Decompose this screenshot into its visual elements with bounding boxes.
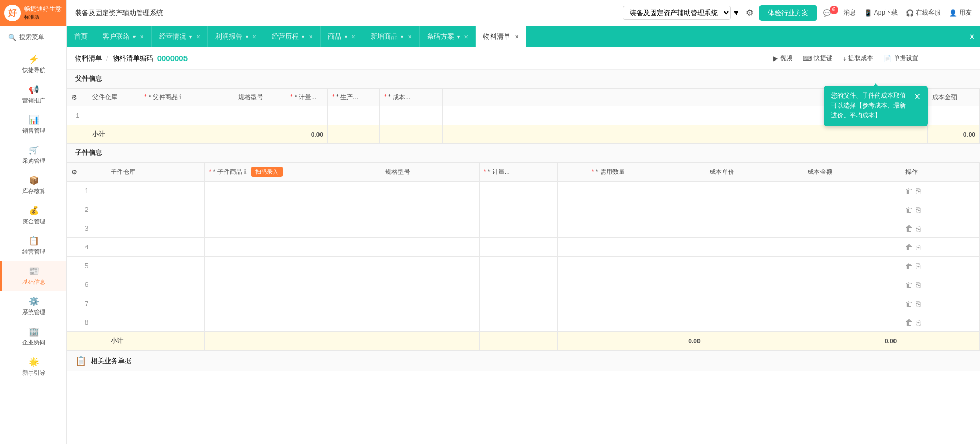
nav-prev-button[interactable]: ‹ (927, 53, 938, 64)
tab-首页[interactable]: 首页 (67, 26, 95, 47)
nav-next-button[interactable]: › (944, 53, 955, 64)
child-cost-unit-cell[interactable] (705, 275, 803, 294)
child-unit-cell[interactable] (479, 294, 558, 313)
child-amount-cell[interactable] (803, 200, 901, 219)
tooltip-close-button[interactable]: ✕ (914, 91, 921, 102)
parent-cost-cell[interactable] (380, 106, 443, 125)
online-service-action[interactable]: 🎧 在线客服 (906, 8, 941, 17)
delete-icon[interactable]: 🗑 (905, 299, 913, 308)
child-unit-cell[interactable] (479, 313, 558, 332)
child-warehouse-cell[interactable] (106, 294, 204, 313)
delete-icon[interactable]: 🗑 (905, 281, 913, 289)
tab-经营情况[interactable]: 经营情况▾✕ (152, 26, 208, 47)
extract-cost-button[interactable]: ↓ 提取成本 (840, 52, 876, 64)
child-warehouse-cell[interactable] (106, 219, 204, 238)
child-cost-unit-cell[interactable] (705, 238, 803, 257)
child-amount-cell[interactable] (803, 275, 901, 294)
tab-物料清单[interactable]: 物料清单✕ (476, 26, 526, 47)
sidebar-item-enterprise[interactable]: 🏢企业协同 (0, 321, 66, 352)
child-product-cell[interactable] (204, 294, 381, 313)
copy-icon[interactable]: ⎘ (916, 206, 920, 214)
child-spec-cell[interactable] (381, 313, 479, 332)
tab-close-btn[interactable]: ✕ (351, 34, 356, 40)
child-product-cell[interactable] (204, 275, 381, 294)
child-needed-cell[interactable] (587, 238, 705, 257)
copy-icon[interactable]: ⎘ (916, 224, 920, 233)
sidebar-item-system[interactable]: ⚙️系统管理 (0, 291, 66, 321)
tab-close-btn[interactable]: ✕ (196, 34, 200, 40)
parent-product-cell[interactable] (140, 106, 234, 125)
copy-icon[interactable]: ⎘ (916, 281, 920, 289)
child-needed-cell[interactable] (587, 200, 705, 219)
tab-close-btn[interactable]: ✕ (408, 34, 412, 40)
child-spec-cell[interactable] (381, 275, 479, 294)
tab-close-btn[interactable]: ✕ (252, 34, 256, 40)
app-download-action[interactable]: 📱 App下载 (864, 8, 898, 17)
child-product-cell[interactable] (204, 219, 381, 238)
tab-利润报告[interactable]: 利润报告▾✕ (208, 26, 264, 47)
tab-新增商品[interactable]: 新增商品▾✕ (363, 26, 420, 47)
sidebar-item-guide[interactable]: 🌟新手引导 (0, 352, 66, 382)
sidebar-item-purchase[interactable]: 🛒采购管理 (0, 140, 66, 170)
tab-close-btn[interactable]: ✕ (464, 34, 468, 40)
child-needed-cell[interactable] (587, 219, 705, 238)
system-selector[interactable]: 装备及固定资产辅助管理系统 (623, 6, 731, 20)
delete-icon[interactable]: 🗑 (905, 187, 913, 195)
message-action[interactable]: 💬 6 消息 (823, 8, 856, 17)
child-product-cell[interactable] (204, 182, 381, 200)
child-needed-cell[interactable] (587, 182, 705, 200)
parent-production-cell[interactable] (328, 106, 380, 125)
parent-warehouse-cell[interactable] (88, 106, 140, 125)
view-video-button[interactable]: ▶ 视频 (770, 52, 795, 64)
tab-条码方案[interactable]: 条码方案▾✕ (420, 26, 476, 47)
user-menu[interactable]: 👤 用友 (949, 8, 972, 17)
child-cost-unit-cell[interactable] (705, 257, 803, 275)
delete-icon[interactable]: 🗑 (905, 224, 913, 233)
child-unit-cell[interactable] (479, 275, 558, 294)
settings-icon[interactable]: ⚙ (746, 8, 753, 18)
child-cost-unit-cell[interactable] (705, 313, 803, 332)
sidebar-item-sales[interactable]: 📊销售管理 (0, 110, 66, 140)
child-warehouse-cell[interactable] (106, 313, 204, 332)
close-all-tabs-button[interactable]: ✕ (964, 26, 980, 47)
search-menu-button[interactable]: 🔍 搜索菜单 (4, 30, 62, 44)
child-unit-cell[interactable] (479, 200, 558, 219)
child-warehouse-cell[interactable] (106, 200, 204, 219)
parent-spec-cell[interactable] (234, 106, 286, 125)
trial-button[interactable]: 体验行业方案 (760, 5, 817, 21)
child-cost-unit-cell[interactable] (705, 182, 803, 200)
sidebar-search[interactable]: 🔍 搜索菜单 (0, 26, 66, 49)
child-product-cell[interactable] (204, 313, 381, 332)
sidebar-item-marketing[interactable]: 📢营销推广 (0, 79, 66, 110)
child-product-cell[interactable] (204, 200, 381, 219)
child-cost-unit-cell[interactable] (705, 200, 803, 219)
child-warehouse-cell[interactable] (106, 182, 204, 200)
scan-input-button[interactable]: 扫码录入 (251, 167, 283, 177)
child-amount-cell[interactable] (803, 238, 901, 257)
copy-icon[interactable]: ⎘ (916, 299, 920, 308)
child-spec-cell[interactable] (381, 294, 479, 313)
child-amount-cell[interactable] (803, 313, 901, 332)
parent-amount-cell[interactable] (928, 106, 980, 125)
parent-unit-cell[interactable] (286, 106, 328, 125)
delete-icon[interactable]: 🗑 (905, 262, 913, 270)
sidebar-item-quick[interactable]: ⚡快捷导航 (0, 49, 66, 79)
copy-icon[interactable]: ⎘ (916, 187, 920, 195)
tab-客户联络[interactable]: 客户联络▾✕ (95, 26, 152, 47)
tab-商品[interactable]: 商品▾✕ (321, 26, 363, 47)
child-amount-cell[interactable] (803, 182, 901, 200)
child-amount-cell[interactable] (803, 294, 901, 313)
child-needed-cell[interactable] (587, 275, 705, 294)
delete-icon[interactable]: 🗑 (905, 206, 913, 214)
tab-close-btn[interactable]: ✕ (514, 34, 519, 40)
child-warehouse-cell[interactable] (106, 275, 204, 294)
child-amount-cell[interactable] (803, 257, 901, 275)
child-cost-unit-cell[interactable] (705, 219, 803, 238)
sidebar-item-operations[interactable]: 📋经营管理 (0, 231, 66, 261)
tab-close-btn[interactable]: ✕ (140, 34, 144, 40)
child-spec-cell[interactable] (381, 219, 479, 238)
sidebar-item-finance[interactable]: 💰资金管理 (0, 200, 66, 231)
copy-icon[interactable]: ⎘ (916, 262, 920, 270)
sidebar-item-basic[interactable]: 📰基础信息 (0, 261, 66, 291)
tab-经营历程[interactable]: 经营历程▾✕ (264, 26, 321, 47)
